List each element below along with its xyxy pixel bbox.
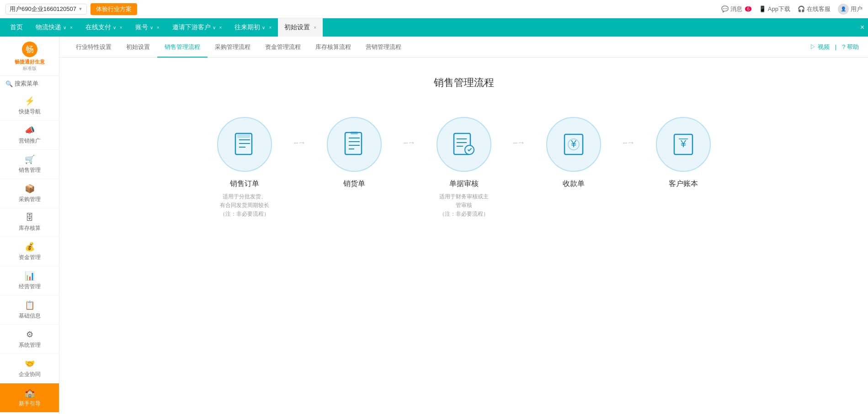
- sidebar-item-label: 新手引导: [19, 400, 41, 408]
- tab-initial-label: 初始设置: [284, 23, 310, 32]
- beginner-icon: 🏫: [25, 388, 35, 398]
- subtab-industry[interactable]: 行业特性设置: [69, 37, 119, 58]
- tab-period-label: 往来期初: [234, 23, 260, 32]
- nav-tabs: 首页 物流快递 ∨ × 在线支付 ∨ × 账号 ∨ × 邀请下游客户 ∨ × 往…: [0, 18, 868, 37]
- subtab-inventory-flow[interactable]: 库存核算流程: [308, 37, 358, 58]
- flow-section: 销售管理流程 销售订单: [59, 58, 868, 237]
- tab-account[interactable]: 账号 ∨ ×: [129, 18, 166, 37]
- content-inner: 行业特性设置 初始设置 销售管理流程 采购管理流程 资金管理流程: [59, 37, 868, 414]
- subtab-marketing-flow[interactable]: 营销管理流程: [358, 37, 409, 58]
- sidebar-item-beginner[interactable]: 🏫 新手引导: [0, 383, 59, 413]
- subtab-purchase-flow[interactable]: 采购管理流程: [208, 37, 258, 58]
- avatar: 👤: [838, 4, 849, 15]
- subtab-label: 库存核算流程: [315, 43, 351, 50]
- dropdown-icon: ∨: [63, 25, 66, 30]
- tab-invite-label: 邀请下游客户: [172, 23, 211, 32]
- sidebar-item-system[interactable]: ⚙ 系统管理: [0, 325, 59, 354]
- tab-logistics[interactable]: 物流快递 ∨ ×: [29, 18, 79, 37]
- user-label: 用户690企业1660120507: [10, 5, 76, 13]
- message-badge: 6: [745, 6, 751, 11]
- tab-initial-setup[interactable]: 初始设置 ×: [278, 18, 323, 37]
- close-icon[interactable]: ×: [120, 25, 122, 30]
- top-bar: 用户690企业1660120507 ▼ 体验行业方案 💬 消息 6 📱 App下…: [0, 0, 868, 18]
- arrow-icon: ···→: [513, 138, 524, 148]
- online-service-item[interactable]: 🎧 在线客服: [798, 5, 831, 13]
- sidebar-item-label: 销售管理: [19, 166, 41, 174]
- sidebar-item-finance[interactable]: 💰 资金管理: [0, 237, 59, 266]
- user-name-label: 用户: [851, 5, 863, 13]
- close-icon[interactable]: ×: [157, 25, 160, 30]
- tab-invite-customers[interactable]: 邀请下游客户 ∨ ×: [166, 18, 229, 37]
- arrow-icon: ···→: [623, 138, 634, 148]
- video-link[interactable]: ▷ 视频: [810, 43, 830, 51]
- step-icon-customer-account: ¥: [656, 117, 711, 172]
- subtab-label: 营销管理流程: [366, 43, 401, 50]
- video-icon: ▷: [810, 43, 816, 50]
- enterprise-icon: 🤝: [25, 359, 35, 369]
- subtab-label: 行业特性设置: [76, 43, 112, 50]
- svg-rect-7: [345, 133, 362, 154]
- flow-step-sales-order: 销售订单 适用于分批发货、有合同发货周期较长（注：非必要流程）: [203, 117, 286, 219]
- sidebar-item-inventory[interactable]: 🗄 库存核算: [0, 208, 59, 237]
- close-all-tabs-button[interactable]: ×: [860, 23, 864, 32]
- sales-icon: 🛒: [25, 154, 35, 165]
- message-icon: 💬: [721, 5, 729, 12]
- user-avatar-item[interactable]: 👤 用户: [838, 4, 863, 15]
- step-name-sales-order: 销售订单: [230, 179, 259, 189]
- help-link[interactable]: ? 帮助: [842, 43, 859, 51]
- step-name-audit: 单据审核: [449, 179, 479, 189]
- marketing-icon: 📣: [25, 125, 35, 135]
- dropdown-icon: ∨: [150, 25, 153, 30]
- sidebar-item-label: 库存核算: [19, 224, 41, 232]
- search-label: 搜索菜单: [15, 80, 38, 88]
- download-icon: 📱: [759, 5, 766, 12]
- search-menu-item[interactable]: 🔍 搜索菜单: [0, 76, 59, 91]
- close-icon[interactable]: ×: [269, 25, 272, 30]
- step-name-receipt: 收款单: [563, 179, 585, 189]
- subtab-label: 采购管理流程: [215, 43, 250, 50]
- flow-step-audit: 单据审核 适用于财务审核或主管审核（注：非必要流程）: [423, 117, 505, 219]
- sidebar-item-label: 营销推广: [19, 137, 41, 145]
- tab-home[interactable]: 首页: [4, 18, 29, 37]
- sidebar-item-quick-nav[interactable]: ⚡ 快捷导航: [0, 91, 59, 121]
- tab-payment[interactable]: 在线支付 ∨ ×: [79, 18, 129, 37]
- sidebar-item-basic[interactable]: 📋 基础信息: [0, 296, 59, 325]
- subtab-finance-flow[interactable]: 资金管理流程: [258, 37, 308, 58]
- sidebar-item-label: 快捷导航: [19, 108, 41, 116]
- arrow-icon: ···→: [293, 138, 305, 148]
- flow-step-customer-account: ¥ 客户账本: [642, 117, 724, 192]
- sub-tabs-right: ▷ 视频 | ? 帮助: [810, 43, 859, 51]
- sidebar-item-operation[interactable]: 📊 经营管理: [0, 266, 59, 296]
- operation-icon: 📊: [25, 271, 35, 281]
- tab-period-init[interactable]: 往来期初 ∨ ×: [228, 18, 278, 37]
- close-icon[interactable]: ×: [314, 25, 316, 30]
- basic-icon: 📋: [25, 300, 35, 310]
- sidebar: 畅 畅捷通好生意 标准版 🔍 搜索菜单 ⚡ 快捷导航 📣 营销推广 🛒 销售管理…: [0, 37, 59, 414]
- sidebar-item-label: 采购管理: [19, 196, 41, 203]
- sidebar-item-marketing[interactable]: 📣 营销推广: [0, 121, 59, 150]
- subtab-sales-flow[interactable]: 销售管理流程: [157, 37, 208, 58]
- sidebar-logo: 畅 畅捷通好生意 标准版: [0, 37, 59, 76]
- purchase-icon: 📦: [25, 184, 35, 194]
- logo-text: 畅捷通好生意: [15, 58, 45, 65]
- svg-rect-6: [237, 134, 250, 138]
- content-area: 行业特性设置 初始设置 销售管理流程 采购管理流程 资金管理流程: [59, 37, 868, 414]
- sidebar-item-enterprise[interactable]: 🤝 企业协同: [0, 354, 59, 383]
- dropdown-arrow-icon: ▼: [78, 6, 83, 11]
- user-selector[interactable]: 用户690企业1660120507 ▼: [5, 4, 87, 15]
- try-industry-button[interactable]: 体验行业方案: [91, 3, 137, 15]
- flow-step-invoice: 销货单: [313, 117, 395, 192]
- search-icon: 🔍: [5, 80, 13, 87]
- tab-payment-label: 在线支付: [85, 23, 111, 32]
- close-icon[interactable]: ×: [219, 25, 222, 30]
- arrow-icon: ···→: [403, 138, 415, 148]
- sidebar-item-label: 经营管理: [19, 283, 41, 291]
- sidebar-item-sales[interactable]: 🛒 销售管理: [0, 150, 59, 179]
- svg-text:¥: ¥: [680, 138, 686, 149]
- step-name-customer-account: 客户账本: [669, 179, 698, 189]
- sidebar-item-purchase[interactable]: 📦 采购管理: [0, 179, 59, 208]
- message-item[interactable]: 💬 消息 6: [721, 5, 751, 13]
- app-download-item[interactable]: 📱 App下载: [759, 5, 790, 13]
- subtab-initial[interactable]: 初始设置: [119, 37, 157, 58]
- close-icon[interactable]: ×: [70, 25, 73, 30]
